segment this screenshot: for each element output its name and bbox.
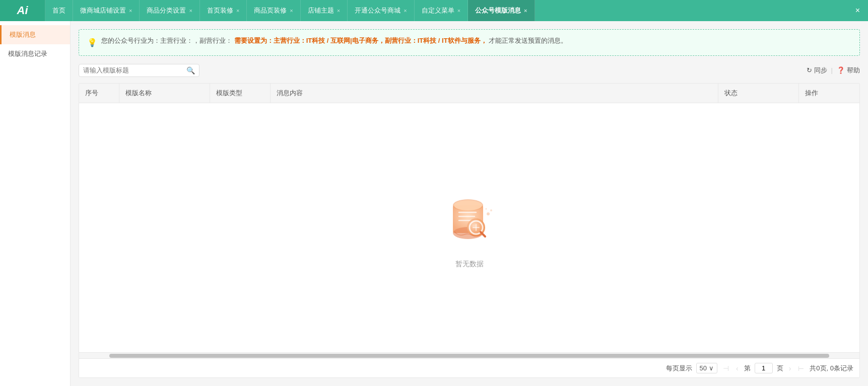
svg-point-13 bbox=[490, 209, 492, 211]
info-banner: 💡 您的公众号行业为：主营行业：，副营行业： 需要设置为：主营行业：IT科技 /… bbox=[79, 29, 860, 56]
close-tab-category-settings[interactable]: × bbox=[189, 8, 192, 14]
col-header-status: 状态 bbox=[718, 84, 799, 103]
nav-tab-home-decor[interactable]: 首页装修 × bbox=[200, 0, 247, 21]
close-tab-open-mall[interactable]: × bbox=[404, 8, 407, 14]
toolbar-right: ↻ 同步 | ❓ 帮助 bbox=[807, 66, 860, 75]
page-size-select[interactable]: 50 ∨ bbox=[696, 363, 717, 373]
scrollbar-thumb[interactable] bbox=[109, 354, 829, 358]
sync-button[interactable]: ↻ 同步 bbox=[807, 66, 827, 75]
help-button[interactable]: ❓ 帮助 bbox=[837, 66, 860, 75]
svg-point-14 bbox=[485, 208, 487, 210]
nav-tab-home[interactable]: 首页 bbox=[45, 0, 73, 21]
toolbar-divider: | bbox=[831, 66, 833, 74]
svg-point-3 bbox=[454, 200, 482, 210]
search-input[interactable] bbox=[83, 66, 183, 74]
empty-text: 暂无数据 bbox=[455, 260, 484, 269]
nav-tab-open-mall[interactable]: 开通公众号商城 × bbox=[348, 0, 414, 21]
table-container: 序号 模版名称 模版类型 消息内容 状态 操作 bbox=[79, 83, 860, 378]
col-header-template-name: 模版名称 bbox=[119, 84, 210, 103]
page-size-label: 每页显示 bbox=[666, 364, 692, 373]
col-header-action: 操作 bbox=[799, 84, 859, 103]
search-box: 🔍 bbox=[79, 64, 199, 77]
nav-tab-template-msg[interactable]: 公众号模版消息 × bbox=[468, 0, 535, 21]
sidebar: 模版消息 模版消息记录 bbox=[0, 21, 71, 386]
page-label-before: 第 bbox=[744, 364, 751, 373]
app-logo: Ai bbox=[0, 0, 45, 21]
bulb-icon: 💡 bbox=[87, 36, 97, 49]
col-header-msg-content: 消息内容 bbox=[271, 84, 718, 103]
main-layout: 模版消息 模版消息记录 💡 您的公众号行业为：主营行业：，副营行业： 需要设置为… bbox=[0, 21, 868, 386]
close-tab-store-theme[interactable]: × bbox=[337, 8, 340, 14]
sidebar-item-template-msg-record[interactable]: 模版消息记录 bbox=[0, 44, 70, 63]
sync-icon: ↻ bbox=[807, 66, 812, 74]
pagination: 每页显示 50 ∨ ⊣ ‹ 第 页 › ⊢ 共0页, 0条记录 bbox=[79, 358, 859, 377]
total-info: 共0页, 0条记录 bbox=[810, 364, 853, 373]
content-area: 💡 您的公众号行业为：主营行业：，副营行业： 需要设置为：主营行业：IT科技 /… bbox=[71, 21, 868, 386]
page-input[interactable] bbox=[755, 363, 773, 373]
page-label-after: 页 bbox=[777, 364, 783, 373]
close-tab-template-msg[interactable]: × bbox=[524, 8, 527, 14]
help-icon: ❓ bbox=[837, 66, 845, 74]
svg-point-12 bbox=[487, 212, 490, 215]
close-tab-custom-menu[interactable]: × bbox=[457, 8, 460, 14]
col-header-template-type: 模版类型 bbox=[210, 84, 271, 103]
col-header-index: 序号 bbox=[79, 84, 119, 103]
nav-tab-category-settings[interactable]: 商品分类设置 × bbox=[140, 0, 199, 21]
close-all-tabs[interactable]: × bbox=[847, 0, 868, 21]
next-page-button[interactable]: › bbox=[787, 364, 793, 372]
close-tab-store-settings[interactable]: × bbox=[129, 8, 132, 14]
empty-illustration bbox=[437, 186, 502, 252]
search-icon[interactable]: 🔍 bbox=[186, 66, 195, 74]
toolbar: 🔍 ↻ 同步 | ❓ 帮助 bbox=[79, 64, 860, 77]
first-page-button[interactable]: ⊣ bbox=[721, 364, 730, 372]
top-nav: Ai 首页 微商城店铺设置 × 商品分类设置 × 首页装修 × 商品页装修 × … bbox=[0, 0, 868, 21]
nav-tab-store-settings[interactable]: 微商城店铺设置 × bbox=[73, 0, 140, 21]
horizontal-scrollbar[interactable] bbox=[79, 352, 859, 358]
nav-tab-custom-menu[interactable]: 自定义菜单 × bbox=[415, 0, 468, 21]
nav-tab-store-theme[interactable]: 店铺主题 × bbox=[301, 0, 348, 21]
prev-page-button[interactable]: ‹ bbox=[735, 364, 740, 372]
chevron-down-icon: ∨ bbox=[709, 364, 714, 372]
empty-state: 暂无数据 bbox=[79, 103, 859, 352]
close-tab-home-decor[interactable]: × bbox=[236, 8, 239, 14]
sidebar-item-template-msg[interactable]: 模版消息 bbox=[0, 25, 70, 44]
close-tab-product-decor[interactable]: × bbox=[290, 8, 293, 14]
last-page-button[interactable]: ⊢ bbox=[796, 364, 806, 372]
nav-tab-product-decor[interactable]: 商品页装修 × bbox=[247, 0, 300, 21]
table-header: 序号 模版名称 模版类型 消息内容 状态 操作 bbox=[79, 84, 859, 103]
